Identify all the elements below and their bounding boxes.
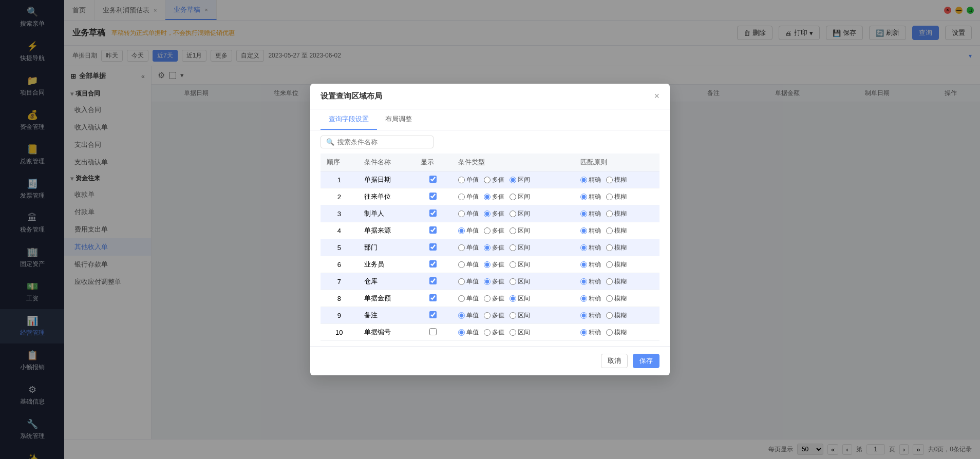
row-2-show-checkbox[interactable] — [429, 209, 437, 217]
row-4-order: 5 — [321, 239, 358, 256]
row-7-show[interactable] — [414, 290, 452, 307]
row-8-cond-区间[interactable]: 区间 — [510, 311, 530, 320]
settings-dialog: 设置查询区域布局 × 查询字段设置 布局调整 🔍 — [310, 84, 670, 375]
row-8-matchtype: 精确模糊 — [574, 307, 659, 324]
row-7-cond-多值[interactable]: 多值 — [484, 294, 504, 303]
row-7-matchtype: 精确模糊 — [574, 290, 659, 307]
row-1-cond-单值[interactable]: 单值 — [458, 193, 479, 201]
row-0-cond-区间[interactable]: 区间 — [510, 176, 530, 184]
row-1-match-模糊[interactable]: 模糊 — [606, 193, 627, 201]
row-3-cond-多值[interactable]: 多值 — [484, 226, 504, 235]
row-0-show[interactable] — [414, 171, 452, 188]
row-6-show[interactable] — [414, 273, 452, 290]
row-3-cond-区间[interactable]: 区间 — [510, 226, 530, 235]
row-1-show[interactable] — [414, 188, 452, 205]
cancel-button[interactable]: 取消 — [601, 354, 628, 368]
row-9-cond-多值[interactable]: 多值 — [484, 328, 504, 337]
row-8-cond-多值[interactable]: 多值 — [484, 311, 504, 320]
row-3-match-模糊[interactable]: 模糊 — [606, 226, 627, 235]
row-9-match-模糊[interactable]: 模糊 — [606, 328, 627, 337]
row-4-cond-区间[interactable]: 区间 — [510, 243, 530, 252]
row-7-cond-单值[interactable]: 单值 — [458, 294, 479, 303]
row-5-matchtype: 精确模糊 — [574, 256, 659, 273]
dialog-search: 🔍 — [310, 130, 670, 154]
row-2-match-模糊[interactable]: 模糊 — [606, 209, 627, 218]
row-9-show[interactable] — [414, 324, 452, 341]
row-7-condtype: 单值多值区间 — [452, 290, 574, 307]
row-4-show-checkbox[interactable] — [429, 243, 437, 251]
row-9-cond-区间[interactable]: 区间 — [510, 328, 530, 337]
row-9-match-精确[interactable]: 精确 — [580, 328, 601, 337]
row-5-match-模糊[interactable]: 模糊 — [606, 260, 627, 269]
row-7-cond-区间[interactable]: 区间 — [510, 294, 530, 303]
row-5-cond-多值[interactable]: 多值 — [484, 260, 504, 269]
row-7-show-checkbox[interactable] — [429, 294, 437, 301]
row-4-cond-单值[interactable]: 单值 — [458, 243, 479, 252]
row-6-match-精确[interactable]: 精确 — [580, 277, 601, 286]
row-8-show-checkbox[interactable] — [429, 311, 437, 318]
row-1-cond-区间[interactable]: 区间 — [510, 193, 530, 201]
row-4-match-模糊[interactable]: 模糊 — [606, 243, 627, 252]
row-3-name: 单据来源 — [358, 222, 414, 239]
row-3-cond-单值[interactable]: 单值 — [458, 226, 479, 235]
row-6-show-checkbox[interactable] — [429, 277, 437, 284]
row-4-match-精确[interactable]: 精确 — [580, 243, 601, 252]
row-2-match-精确[interactable]: 精确 — [580, 209, 601, 218]
row-5-match-精确[interactable]: 精确 — [580, 260, 601, 269]
row-9-cond-单值[interactable]: 单值 — [458, 328, 479, 337]
row-6-cond-单值[interactable]: 单值 — [458, 277, 479, 286]
dialog-close-button[interactable]: × — [654, 91, 659, 102]
row-4-cond-多值[interactable]: 多值 — [484, 243, 504, 252]
row-7-name: 单据金额 — [358, 290, 414, 307]
row-2-cond-区间[interactable]: 区间 — [510, 209, 530, 218]
row-5-cond-区间[interactable]: 区间 — [510, 260, 530, 269]
row-2-show[interactable] — [414, 205, 452, 222]
row-8-condtype: 单值多值区间 — [452, 307, 574, 324]
row-5-name: 业务员 — [358, 256, 414, 273]
row-3-show-checkbox[interactable] — [429, 226, 437, 234]
row-0-cond-多值[interactable]: 多值 — [484, 176, 504, 184]
row-9-show-checkbox[interactable] — [429, 328, 437, 335]
tab-query-fields[interactable]: 查询字段设置 — [321, 109, 377, 130]
row-1-show-checkbox[interactable] — [429, 193, 437, 200]
row-9-matchtype: 精确模糊 — [574, 324, 659, 341]
row-0-cond-单值[interactable]: 单值 — [458, 176, 479, 184]
row-6-cond-多值[interactable]: 多值 — [484, 277, 504, 286]
row-8-order: 9 — [321, 307, 358, 324]
row-7-order: 8 — [321, 290, 358, 307]
row-0-name: 单据日期 — [358, 171, 414, 188]
row-2-cond-多值[interactable]: 多值 — [484, 209, 504, 218]
condition-search-input[interactable] — [337, 138, 428, 146]
settings-table: 顺序 条件名称 显示 条件类型 匹配原则 1单据日期单值多值区间精确模糊2往来单… — [321, 154, 659, 341]
row-2-matchtype: 精确模糊 — [574, 205, 659, 222]
th-show: 显示 — [414, 154, 452, 171]
row-4-show[interactable] — [414, 239, 452, 256]
row-6-match-模糊[interactable]: 模糊 — [606, 277, 627, 286]
row-5-show[interactable] — [414, 256, 452, 273]
row-8-match-精确[interactable]: 精确 — [580, 311, 601, 320]
row-1-match-精确[interactable]: 精确 — [580, 193, 601, 201]
row-0-matchtype: 精确模糊 — [574, 171, 659, 188]
row-0-match-精确[interactable]: 精确 — [580, 176, 601, 184]
row-3-show[interactable] — [414, 222, 452, 239]
row-6-cond-区间[interactable]: 区间 — [510, 277, 530, 286]
row-5-condtype: 单值多值区间 — [452, 256, 574, 273]
row-5-cond-单值[interactable]: 单值 — [458, 260, 479, 269]
row-5-show-checkbox[interactable] — [429, 260, 437, 267]
row-0-show-checkbox[interactable] — [429, 176, 437, 183]
row-0-order: 1 — [321, 171, 358, 188]
row-1-cond-多值[interactable]: 多值 — [484, 193, 504, 201]
row-0-match-模糊[interactable]: 模糊 — [606, 176, 627, 184]
tab-layout[interactable]: 布局调整 — [377, 109, 420, 130]
dialog-header: 设置查询区域布局 × — [310, 84, 670, 109]
row-7-match-模糊[interactable]: 模糊 — [606, 294, 627, 303]
row-3-match-精确[interactable]: 精确 — [580, 226, 601, 235]
row-2-cond-单值[interactable]: 单值 — [458, 209, 479, 218]
row-8-match-模糊[interactable]: 模糊 — [606, 311, 627, 320]
row-0-condtype: 单值多值区间 — [452, 171, 574, 188]
row-7-match-精确[interactable]: 精确 — [580, 294, 601, 303]
row-8-cond-单值[interactable]: 单值 — [458, 311, 479, 320]
save-dialog-button[interactable]: 保存 — [633, 354, 659, 368]
row-8-show[interactable] — [414, 307, 452, 324]
dialog-body: 查询字段设置 布局调整 🔍 顺序 条 — [310, 109, 670, 346]
